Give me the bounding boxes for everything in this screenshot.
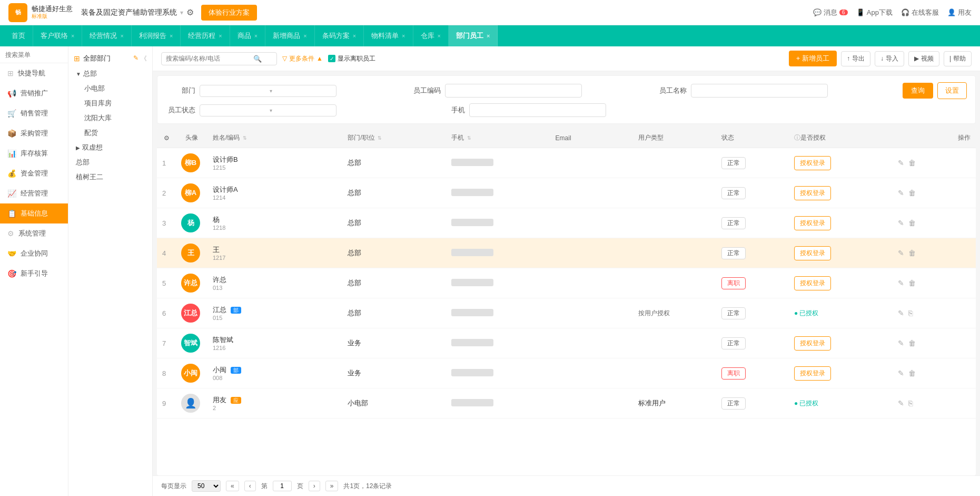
more-filter-btn[interactable]: ▽ 更多条件 ▲ [282,54,323,63]
close-icon[interactable]: × [71,33,74,39]
sidebar-item-sales[interactable]: 🛒 销售管理 [0,103,68,123]
sidebar-item-finance[interactable]: 💰 资金管理 [0,163,68,183]
tab-bom[interactable]: 物料清单 × [364,25,413,46]
edit-icon[interactable]: ✎ [898,339,904,347]
dept-node-project[interactable]: 项目库房 [80,96,149,111]
dept-node-zongbu[interactable]: ▼总部 [72,66,149,81]
sidebar-item-purchase[interactable]: 📦 采购管理 [0,123,68,143]
message-btn[interactable]: 💬 消息 6 [813,8,848,17]
dept-tree-edit-icon[interactable]: ✎ [133,54,138,63]
sidebar-search-input[interactable] [5,51,68,59]
auth-btn[interactable]: 授权登录 [794,186,831,200]
sidebar-item-quick-nav[interactable]: ⊞ 快捷导航 [0,63,68,83]
tab-profit[interactable]: 利润报告 × [132,25,181,46]
tab-dept-emp[interactable]: 部门员工 × [449,25,498,46]
copy-icon[interactable]: ⎘ [908,309,913,317]
page-number-input[interactable] [273,481,292,491]
user-avatar[interactable]: 👤 用友 [947,8,972,17]
sidebar-item-basic-info[interactable]: 📋 基础信息 [0,203,68,223]
delete-icon[interactable]: 🗑 [908,279,916,287]
set-button[interactable]: 设置 [937,82,967,99]
emp-code-input[interactable] [445,84,582,98]
dept-node-zhishu[interactable]: 植树王二 [72,170,149,184]
app-download-btn[interactable]: 📱 App下载 [856,8,893,17]
online-service-btn[interactable]: 🎧 在线客服 [901,8,939,17]
auth-btn[interactable]: 授权登录 [794,276,831,290]
export-button[interactable]: ↑ 导出 [841,51,870,66]
tab-warehouse[interactable]: 仓库 × [413,25,449,46]
close-icon[interactable]: × [438,33,441,39]
dropdown-arrow-icon[interactable]: ▾ [180,9,183,16]
settings-col-icon[interactable]: ⚙ [164,134,170,142]
close-icon[interactable]: × [402,33,405,39]
tab-add-goods[interactable]: 新增商品 × [265,25,314,46]
tab-barcode[interactable]: 条码方案 × [315,25,364,46]
dept-node-shenyang[interactable]: 沈阳大库 [80,111,149,125]
dept-node-peihuo[interactable]: 配货 [80,125,149,140]
import-button[interactable]: ↓ 导入 [875,51,904,66]
dept-tree-collapse-icon[interactable]: 《 [141,54,147,63]
tab-goods[interactable]: 商品 × [230,25,265,46]
search-icon[interactable]: 🔍 [253,55,262,63]
close-icon[interactable]: × [120,33,123,39]
view-button[interactable]: ▶ 视频 [908,51,939,66]
auth-btn[interactable]: 授权登录 [794,366,831,381]
close-icon[interactable]: × [254,33,258,39]
search-input[interactable] [166,55,250,62]
edit-icon[interactable]: ✎ [898,219,904,227]
add-employee-button[interactable]: + 新增员工 [789,51,837,66]
query-button[interactable]: 查询 [903,83,933,99]
phone-input[interactable] [469,103,606,117]
col-dept[interactable]: 部门/职位 ⇅ [342,128,446,148]
edit-icon[interactable]: ✎ [898,249,904,257]
dept-node-xiaodianbu[interactable]: 小电部 [80,81,149,96]
last-page-btn[interactable]: » [325,481,339,491]
tab-customer[interactable]: 客户联络 × [33,25,82,46]
edit-icon[interactable]: ✎ [898,399,904,407]
auth-btn[interactable]: 授权登录 [794,216,831,230]
emp-status-select[interactable]: ▾ [200,104,336,116]
settings-icon[interactable]: ⚙ [186,7,194,17]
help-button[interactable]: | 帮助 [944,51,972,66]
tab-operation[interactable]: 经营情况 × [82,25,131,46]
tab-history[interactable]: 经营历程 × [181,25,230,46]
close-icon[interactable]: × [219,33,222,39]
close-icon[interactable]: × [303,33,306,39]
auth-btn[interactable]: 授权登录 [794,246,831,260]
col-phone[interactable]: 手机 ⇅ [446,128,550,148]
delete-icon[interactable]: 🗑 [908,159,916,167]
sidebar-item-inventory[interactable]: 📊 库存核算 [0,143,68,163]
dept-node-shuangxuxiang[interactable]: ▶双虚想 [72,140,149,155]
delete-icon[interactable]: 🗑 [908,219,916,227]
copy-icon[interactable]: ⎘ [908,399,913,407]
per-page-select[interactable]: 50 10 20 100 [192,480,221,492]
emp-name-input[interactable] [691,84,828,98]
show-resigned-toggle[interactable]: ✓ 显示离职员工 [328,54,375,63]
close-icon[interactable]: × [170,33,173,39]
close-icon[interactable]: × [487,33,490,39]
sidebar-item-bizmanage[interactable]: 📈 经营管理 [0,183,68,203]
auth-btn[interactable]: 授权登录 [794,336,831,351]
edit-icon[interactable]: ✎ [898,159,904,167]
col-name[interactable]: 姓名/编码 ⇅ [207,128,342,148]
dept-node-zongbu2[interactable]: 总部 [72,155,149,170]
delete-icon[interactable]: 🗑 [908,189,916,197]
tab-home[interactable]: 首页 [4,25,33,46]
delete-icon[interactable]: 🗑 [908,369,916,377]
sidebar-item-marketing[interactable]: 📢 营销推广 [0,83,68,103]
trial-button[interactable]: 体验行业方案 [201,5,257,21]
prev-page-btn[interactable]: ‹ [244,481,256,491]
edit-icon[interactable]: ✎ [898,309,904,317]
sidebar-item-guide[interactable]: 🎯 新手引导 [0,264,68,284]
edit-icon[interactable]: ✎ [898,369,904,377]
delete-icon[interactable]: 🗑 [908,249,916,257]
next-page-btn[interactable]: › [309,481,320,491]
sidebar-item-collab[interactable]: 🤝 企业协同 [0,244,68,264]
delete-icon[interactable]: 🗑 [908,339,916,347]
sidebar-item-system[interactable]: ⚙ 系统管理 [0,223,68,244]
auth-btn[interactable]: 授权登录 [794,156,831,170]
first-page-btn[interactable]: « [226,481,239,491]
close-icon[interactable]: × [353,33,356,39]
edit-icon[interactable]: ✎ [898,189,904,197]
dept-select[interactable]: ▾ [200,85,336,97]
